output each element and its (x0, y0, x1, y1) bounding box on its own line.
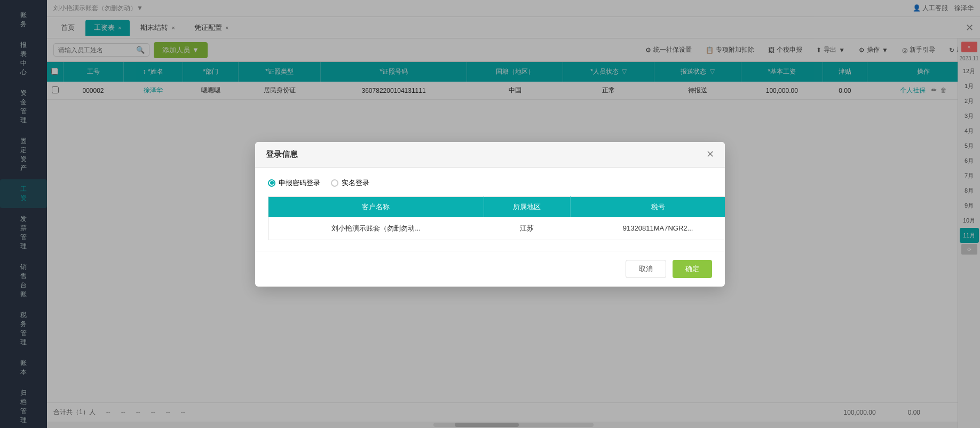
modal-col-client-name: 客户名称 (268, 196, 484, 217)
modal-overlay: 登录信息 ✕ 申报密码登录 实名登录 客户名称 所属地区 (0, 0, 980, 428)
radio-realname-login[interactable]: 实名登录 (331, 178, 369, 188)
confirm-button[interactable]: 确定 (673, 260, 712, 278)
cancel-button[interactable]: 取消 (626, 260, 666, 278)
modal-cell-region: 江苏 (484, 217, 570, 240)
modal-col-region: 所属地区 (484, 196, 570, 217)
radio-password-circle (268, 179, 275, 187)
radio-password-label: 申报密码登录 (279, 178, 320, 188)
radio-group: 申报密码登录 实名登录 (268, 178, 712, 188)
modal-table-row: 刘小艳演示账套（勿删勿动... 江苏 91320811MA7NGR2... (268, 217, 725, 240)
modal-header: 登录信息 ✕ (255, 142, 725, 168)
modal-cell-client-name: 刘小艳演示账套（勿删勿动... (268, 217, 484, 240)
modal-body: 申报密码登录 实名登录 客户名称 所属地区 税号 个税密码 (255, 168, 725, 251)
login-info-modal: 登录信息 ✕ 申报密码登录 实名登录 客户名称 所属地区 (255, 142, 725, 287)
modal-col-tax-id: 税号 (571, 196, 725, 217)
modal-close-btn[interactable]: ✕ (706, 148, 714, 160)
modal-title: 登录信息 (266, 149, 298, 160)
login-info-table: 客户名称 所属地区 税号 个税密码 刘小艳演示账套（勿删勿动... 江苏 913… (268, 196, 725, 240)
radio-password-login[interactable]: 申报密码登录 (268, 178, 320, 188)
modal-footer: 取消 确定 (255, 251, 725, 287)
modal-cell-tax-id: 91320811MA7NGR2... (571, 217, 725, 240)
radio-realname-circle (331, 179, 338, 187)
radio-realname-label: 实名登录 (342, 178, 369, 188)
